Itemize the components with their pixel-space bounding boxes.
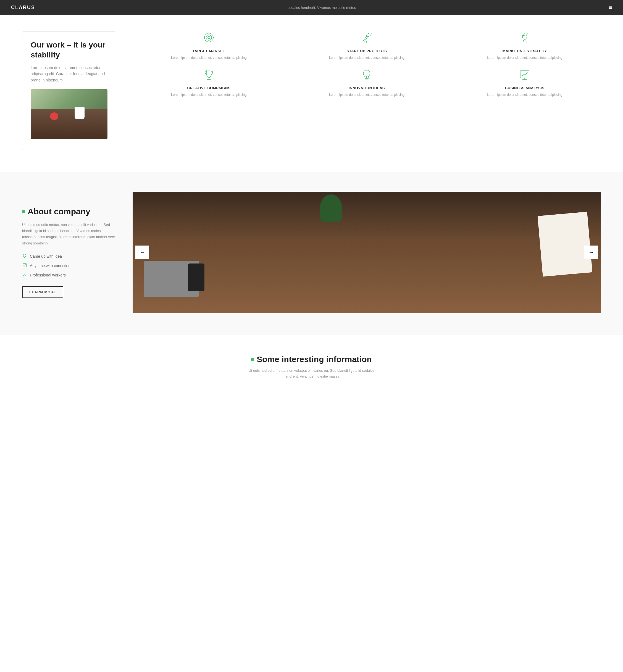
trophy-icon	[132, 68, 285, 83]
about-description: Ut euismod odio metus, non volutpat elit…	[22, 222, 116, 246]
navbar-marquee: sodales hendrerit. Vivamus molestie metu…	[35, 5, 609, 10]
info-title: Some interesting information	[22, 355, 601, 364]
work-description: Lorem ipsum dolor sit amet, consec tetur…	[31, 65, 108, 83]
feature-name-1: TARGET MARKET	[132, 49, 285, 53]
work-image	[31, 89, 108, 139]
feature-name-3: MARKETING STRATEGY	[448, 49, 601, 53]
carousel-next-button[interactable]: →	[584, 246, 598, 259]
list-item-2-text: Any time with conection	[30, 264, 70, 268]
navbar: CLARUS sodales hendrerit. Vivamus molest…	[0, 0, 623, 15]
feature-name-5: INNOVATION IDEAS	[291, 86, 443, 90]
list-item-2: Any time with conection	[22, 263, 116, 269]
list-item-1: Came up with idea	[22, 253, 116, 259]
feature-business: BUSINESS ANALYSIS Lorem ipsum dolor sit …	[448, 68, 601, 97]
feature-name-4: CREATIVE COMPAIGNS	[132, 86, 285, 90]
menu-icon[interactable]: ≡	[609, 4, 612, 11]
svg-point-1	[206, 35, 212, 40]
about-left-panel: About company Ut euismod odio metus, non…	[22, 207, 116, 298]
about-title: About company	[22, 207, 116, 216]
feature-startup: START UP PROJECTS Lorem ipsum dolor sit …	[291, 31, 443, 60]
bulb-icon	[291, 68, 443, 83]
feature-desc-6: Lorem ipsum dolor sit amet, consec tetur…	[448, 92, 601, 97]
section-work: Our work – it is your stability Lorem ip…	[0, 15, 623, 172]
telescope-icon	[291, 31, 443, 46]
brand-logo: CLARUS	[11, 5, 35, 10]
list-item-3: Professional workers	[22, 272, 116, 278]
work-features-grid: TARGET MARKET Lorem ipsum dolor sit amet…	[132, 31, 601, 97]
feature-desc-2: Lorem ipsum dolor sit amet, consec tetur…	[291, 55, 443, 60]
svg-point-7	[366, 32, 372, 37]
info-description: Ut euismod odio metus, non volutpat elit…	[248, 368, 375, 379]
svg-point-0	[204, 33, 213, 42]
work-title: Our work – it is your stability	[31, 40, 108, 60]
feature-desc-3: Lorem ipsum dolor sit amet, consec tetur…	[448, 55, 601, 60]
feature-desc-4: Lorem ipsum dolor sit amet, consec tetur…	[132, 92, 285, 97]
svg-point-2	[208, 36, 210, 39]
about-image	[132, 192, 601, 313]
target-icon	[132, 31, 285, 46]
section-about: About company Ut euismod odio metus, non…	[0, 172, 623, 335]
chart-icon	[448, 68, 601, 83]
feature-name-6: BUSINESS ANALYSIS	[448, 86, 601, 90]
about-image-carousel: ← →	[132, 192, 601, 313]
feature-desc-5: Lorem ipsum dolor sit amet, consec tetur…	[291, 92, 443, 97]
carousel-prev-button[interactable]: ←	[136, 246, 149, 259]
feature-name-2: START UP PROJECTS	[291, 49, 443, 53]
person-list-icon	[22, 272, 27, 278]
title-dot	[22, 210, 25, 213]
section-info: Some interesting information Ut euismod …	[0, 335, 623, 396]
feature-marketing: MARKETING STRATEGY Lorem ipsum dolor sit…	[448, 31, 601, 60]
svg-rect-18	[520, 71, 529, 78]
work-left-panel: Our work – it is your stability Lorem ip…	[22, 31, 116, 150]
info-title-dot	[251, 358, 254, 361]
bulb-list-icon	[22, 253, 27, 259]
horse-icon	[448, 31, 601, 46]
about-list: Came up with idea Any time with conectio…	[22, 253, 116, 278]
feature-target-market: TARGET MARKET Lorem ipsum dolor sit amet…	[132, 31, 285, 60]
feature-desc-1: Lorem ipsum dolor sit amet, consec tetur…	[132, 55, 285, 60]
feature-creative: CREATIVE COMPAIGNS Lorem ipsum dolor sit…	[132, 68, 285, 97]
svg-point-23	[24, 273, 25, 274]
svg-rect-22	[23, 263, 27, 267]
list-item-3-text: Professional workers	[30, 273, 66, 277]
list-item-1-text: Came up with idea	[30, 254, 62, 258]
svg-point-12	[523, 35, 524, 36]
feature-innovation: INNOVATION IDEAS Lorem ipsum dolor sit a…	[291, 68, 443, 97]
learn-more-button[interactable]: LEARN MORE	[22, 286, 63, 298]
svg-line-10	[523, 40, 524, 43]
svg-line-11	[526, 40, 526, 43]
checkbox-list-icon	[22, 263, 27, 269]
